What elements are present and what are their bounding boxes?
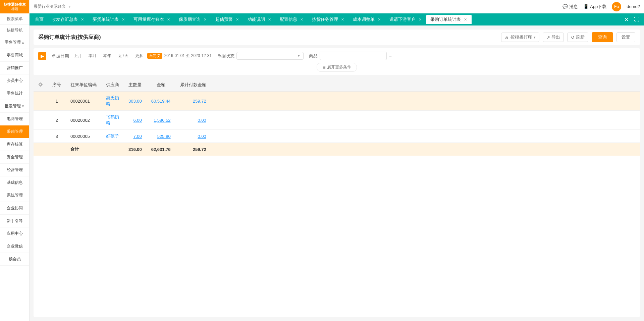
page-header: 采购订单统计表(按供应商) 🖨 按模板打印 ▾ ↗ 导出 ↺ 刷新 查询 设置	[34, 30, 640, 45]
goods-more-button[interactable]: ···	[389, 53, 392, 58]
col-paid: 累计付款金额	[175, 78, 211, 92]
table-row: 2 00020002 飞鹤奶粉 6.00 1,586.52 0.00	[34, 111, 640, 130]
tab-close-func-desc[interactable]: ✕	[267, 17, 272, 22]
top-bar-right: 💬 消息 📱 App下载 Ea demo2	[562, 2, 640, 11]
row3-supplier-link[interactable]: 好孩子	[106, 133, 119, 139]
message-button[interactable]: 💬 消息	[562, 4, 578, 10]
settings-button[interactable]: 设置	[616, 32, 635, 42]
filter-collapse-button[interactable]: ▶	[38, 52, 46, 60]
status-select[interactable]: ▾	[236, 52, 304, 60]
tab-close-purchase-stat[interactable]: ✕	[463, 17, 468, 22]
sidebar-item-ecommerce[interactable]: 电商管理	[0, 113, 29, 125]
sidebar-item-purchase[interactable]: 采购管理	[0, 125, 29, 138]
expand-more-button[interactable]: ⊞ 展开更多条件	[317, 63, 357, 72]
sidebar-item-member[interactable]: 会员中心	[0, 74, 29, 87]
row2-paid-link[interactable]: 0.00	[198, 118, 206, 123]
row2-empty	[211, 111, 640, 130]
row1-amount-link[interactable]: 60,519.44	[151, 99, 171, 104]
sidebar-item-retail-stat[interactable]: 零售统计	[0, 87, 29, 100]
tab-close-stock-book[interactable]: ✕	[166, 17, 171, 22]
status-dropdown-icon: ▾	[298, 54, 300, 58]
tab-goods-stat[interactable]: 要货单统计表 ✕	[89, 15, 129, 24]
refresh-button[interactable]: ↺ 刷新	[567, 33, 588, 42]
tab-config[interactable]: 配置信息 ✕	[276, 15, 308, 24]
sidebar-item-operation[interactable]: 经营管理	[0, 164, 29, 176]
sidebar-item-basic[interactable]: 基础信息	[0, 176, 29, 189]
col-no: 序号	[48, 78, 66, 92]
sidebar-item-marketing[interactable]: 营销推广	[0, 62, 29, 74]
tab-close-invite-downstream[interactable]: ✕	[418, 17, 422, 22]
query-button[interactable]: 查询	[592, 32, 613, 42]
goods-search-input[interactable]	[320, 52, 387, 60]
row3-settings	[34, 130, 48, 143]
download-icon: 📱	[583, 4, 589, 9]
tab-close-collect-summary[interactable]: ✕	[80, 17, 85, 22]
col-empty	[211, 78, 640, 92]
row1-settings	[34, 92, 48, 111]
row1-amount: 60,519.44	[147, 92, 175, 111]
row3-amount-link[interactable]: 525.80	[157, 134, 171, 139]
tab-cost-adjust[interactable]: 成本调整单 ✕	[349, 15, 385, 24]
tab-over-stock[interactable]: 超储预警 ✕	[211, 15, 244, 24]
print-dropdown-icon: ▾	[534, 35, 536, 40]
date-filter-label: 单据日期	[52, 53, 69, 59]
row3-paid-link[interactable]: 0.00	[198, 134, 206, 139]
tab-stock-book[interactable]: 可用量库存账本 ✕	[129, 15, 175, 24]
sidebar-item-enterprise[interactable]: 企业协同	[0, 202, 29, 215]
row1-qty: 303.00	[124, 92, 147, 111]
sidebar-item-vip[interactable]: 畅会员	[0, 253, 29, 266]
tab-purchase-stat[interactable]: 采购订单统计表 ✕	[426, 15, 472, 24]
row3-qty-link[interactable]: 7.00	[133, 134, 142, 139]
row2-amount-link[interactable]: 1,586.52	[154, 118, 171, 123]
row1-supplier-link[interactable]: 惠氏奶粉	[106, 95, 119, 106]
tab-picking-task[interactable]: 拣货任务管理 ✕	[308, 15, 349, 24]
sidebar-item-search[interactable]: 搜索菜单	[0, 13, 29, 25]
date-btn-more[interactable]: 更多	[132, 52, 146, 59]
tab-invite-downstream[interactable]: 邀请下游客户 ✕	[385, 15, 426, 24]
date-btn-last-month[interactable]: 上月	[71, 52, 85, 59]
date-btn-this-month[interactable]: 本月	[86, 52, 99, 59]
sidebar-item-wholesale[interactable]: 批发管理 ▼	[0, 100, 29, 113]
sidebar-item-retail-shop[interactable]: 零售商城	[0, 49, 29, 62]
tab-close-all-button[interactable]: ✕	[622, 16, 631, 23]
sidebar-item-system[interactable]: 系统管理	[0, 189, 29, 202]
date-btn-this-year[interactable]: 本年	[101, 52, 114, 59]
row1-supplier: 惠氏奶粉	[101, 92, 124, 111]
sidebar-item-quick[interactable]: 快捷导航	[0, 25, 29, 36]
export-button[interactable]: ↗ 导出	[543, 33, 564, 42]
sidebar-item-finance[interactable]: 资金管理	[0, 151, 29, 164]
sidebar-item-inventory[interactable]: 库存核算	[0, 138, 29, 151]
tab-home[interactable]: 首页	[31, 15, 48, 24]
tab-maximize-button[interactable]: ⛶	[632, 16, 641, 23]
svg-point-0	[40, 84, 42, 85]
date-custom-badge[interactable]: 自定义	[147, 53, 162, 59]
avatar: Ea	[612, 2, 621, 11]
row2-supplier-link[interactable]: 飞鹤奶粉	[106, 114, 119, 125]
app-download-button[interactable]: 📱 App下载	[583, 4, 606, 10]
row3-no: 3	[48, 130, 66, 143]
tab-close-config[interactable]: ✕	[299, 17, 304, 22]
date-btn-7days[interactable]: 近7天	[115, 52, 131, 59]
row1-paid-link[interactable]: 259.72	[193, 99, 206, 104]
tab-close-shelf-life[interactable]: ✕	[203, 17, 207, 22]
sidebar-item-retail[interactable]: 零售管理 ▲	[0, 36, 29, 49]
sidebar-item-wechat[interactable]: 企业微信	[0, 240, 29, 253]
col-supplier: 供应商	[101, 78, 124, 92]
print-button[interactable]: 🖨 按模板打印 ▾	[501, 33, 539, 42]
row2-settings	[34, 111, 48, 130]
sidebar-item-appcenter[interactable]: 应用中心	[0, 227, 29, 240]
row1-qty-link[interactable]: 303.00	[128, 99, 142, 104]
tab-collect-summary[interactable]: 收发存汇总表 ✕	[48, 15, 89, 24]
tab-close-picking-task[interactable]: ✕	[340, 17, 345, 22]
sidebar-item-guide[interactable]: 新手引导	[0, 215, 29, 227]
settings-col-icon	[38, 82, 43, 87]
tab-bar: 首页 收发存汇总表 ✕ 要货单统计表 ✕ 可用量库存账本 ✕ 保质期查询 ✕ 超…	[30, 13, 644, 25]
tab-close-goods-stat[interactable]: ✕	[121, 17, 125, 22]
date-shortcuts: 上月 本月 本年 近7天 更多 自定义	[71, 52, 162, 59]
tab-close-cost-adjust[interactable]: ✕	[377, 17, 381, 22]
tab-close-over-stock[interactable]: ✕	[235, 17, 239, 22]
tab-shelf-life[interactable]: 保质期查询 ✕	[175, 15, 211, 24]
row2-qty-link[interactable]: 6.00	[133, 118, 142, 123]
tab-func-desc[interactable]: 功能说明 ✕	[244, 15, 276, 24]
expand-row: ⊞ 展开更多条件	[38, 63, 635, 72]
